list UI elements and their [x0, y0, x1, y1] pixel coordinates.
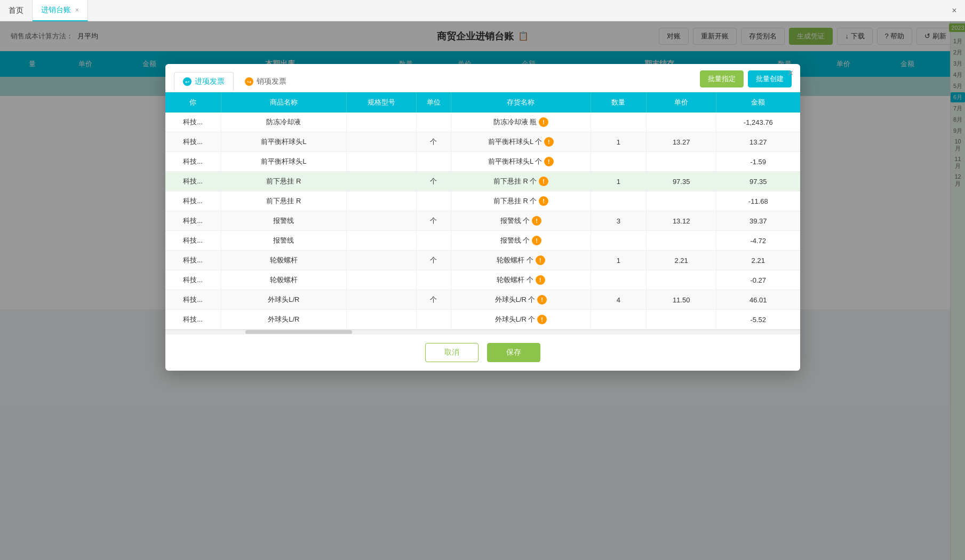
data-table[interactable]: 你 商品名称 规格型号 单位 存货名称 数量 单价 金额 科技...防冻冷却液防…: [165, 92, 800, 334]
modal-overlay: ↩ 进项发票 ↪ 销项发票 批量指定 批量创建 × 你: [0, 21, 965, 560]
col-spec: 规格型号: [346, 92, 416, 113]
warning-icon[interactable]: !: [532, 216, 541, 226]
nav-tab-home[interactable]: 首页: [0, 0, 33, 21]
sales-tab-icon: ↪: [245, 77, 253, 86]
warning-icon[interactable]: !: [532, 236, 541, 245]
warning-icon[interactable]: !: [537, 315, 547, 324]
warning-icon[interactable]: !: [544, 157, 554, 166]
col-price: 单价: [647, 92, 716, 113]
cancel-button[interactable]: 取消: [425, 343, 478, 362]
purchase-tab-icon: ↩: [183, 77, 192, 86]
warning-icon[interactable]: !: [537, 295, 547, 305]
modal-footer: 取消 保存: [165, 334, 800, 371]
table-row: 科技...外球头L/R外球头L/R 个 !-5.52: [165, 310, 800, 330]
batch-create-button[interactable]: 批量创建: [748, 70, 792, 87]
table-row: 科技...报警线个报警线 个 !313.1239.37: [165, 211, 800, 231]
col-product-name: 商品名称: [221, 92, 346, 113]
table-row: 科技...前下悬挂 R个前下悬挂 R 个 !197.3597.35: [165, 172, 800, 191]
modal-header-actions: 批量指定 批量创建: [700, 70, 792, 92]
scroll-thumb[interactable]: [245, 330, 352, 334]
active-tab-label: 进销台账: [41, 5, 71, 15]
home-label: 首页: [9, 6, 23, 15]
warning-icon[interactable]: !: [536, 275, 545, 285]
col-unit: 单位: [416, 92, 451, 113]
sales-tab-label: 销项发票: [257, 77, 286, 86]
purchase-tab-label: 进项发票: [195, 77, 225, 86]
warning-icon[interactable]: !: [539, 196, 548, 206]
tab-close-icon[interactable]: ×: [75, 6, 79, 14]
table-row: 科技...前平衡杆球头L前平衡杆球头L 个 !-1.59: [165, 152, 800, 172]
table-row: 科技...防冻冷却液防冻冷却液 瓶 !-1,243.76: [165, 113, 800, 132]
modal-dialog: ↩ 进项发票 ↪ 销项发票 批量指定 批量创建 × 你: [165, 64, 800, 371]
table-row: 科技...外球头L/R个外球头L/R 个 !411.5046.01: [165, 290, 800, 310]
warning-icon[interactable]: !: [544, 137, 554, 147]
invoice-table: 你 商品名称 规格型号 单位 存货名称 数量 单价 金额 科技...防冻冷却液防…: [165, 92, 800, 330]
warning-icon[interactable]: !: [539, 177, 548, 186]
table-row: 科技...前平衡杆球头L个前平衡杆球头L 个 !113.2713.27: [165, 132, 800, 152]
col-qty: 数量: [591, 92, 647, 113]
tab-purchase[interactable]: ↩ 进项发票: [174, 72, 234, 91]
top-nav: 首页 进销台账 × ×: [0, 0, 965, 21]
col-company: 你: [165, 92, 221, 113]
modal-header: ↩ 进项发票 ↪ 销项发票 批量指定 批量创建 ×: [165, 64, 800, 92]
close-all-button[interactable]: ×: [944, 0, 965, 21]
tab-sales[interactable]: ↪ 销项发票: [236, 72, 296, 91]
scroll-track: [165, 330, 800, 334]
table-row: 科技...轮毂螺杆个轮毂螺杆 个 !12.212.21: [165, 251, 800, 270]
batch-assign-button[interactable]: 批量指定: [700, 70, 744, 87]
table-row: 科技...前下悬挂 R前下悬挂 R 个 !-11.68: [165, 191, 800, 211]
table-row: 科技...报警线报警线 个 !-4.72: [165, 231, 800, 251]
table-row: 科技...轮毂螺杆轮毂螺杆 个 !-0.27: [165, 270, 800, 290]
warning-icon[interactable]: !: [539, 117, 548, 127]
warning-icon[interactable]: !: [536, 255, 545, 265]
col-amount: 金额: [716, 92, 800, 113]
save-button[interactable]: 保存: [487, 343, 540, 362]
modal-close-button[interactable]: ×: [788, 68, 794, 78]
main-area: 销售成本计算方法： 月平均 商贸企业进销台账 📋 对账 重新开账 存货别名 生成…: [0, 21, 965, 560]
col-inventory: 存货名称: [451, 92, 591, 113]
nav-tab-active[interactable]: 进销台账 ×: [33, 0, 88, 21]
